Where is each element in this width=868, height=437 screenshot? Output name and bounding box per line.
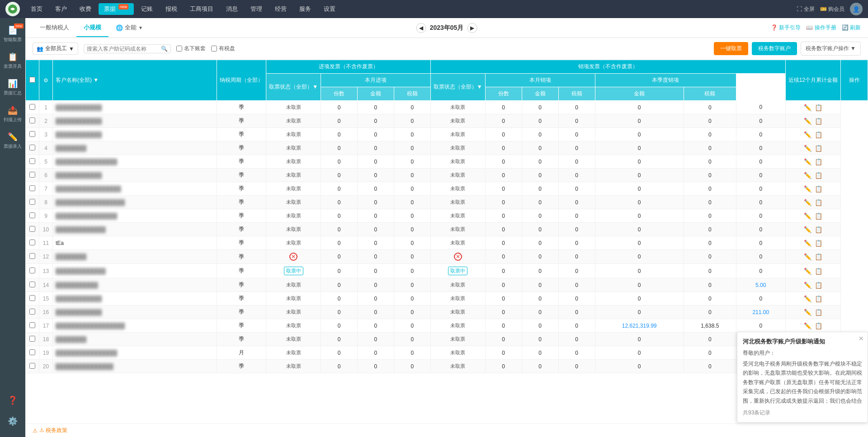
return-amount-link[interactable]: 12,621,319.99 [622,323,657,329]
nav-service[interactable]: 服务 [294,3,316,15]
copy-icon[interactable]: 📋 [815,104,822,111]
tab-general-taxpayer[interactable]: 一般纳税人 [33,19,76,37]
copy-icon[interactable]: 📋 [815,268,822,275]
sidebar-item-invoice-issue[interactable]: 📋 发票开具 [0,48,25,73]
row-checkbox[interactable] [29,240,35,245]
edit-icon[interactable]: ✏️ [804,158,811,165]
vip-btn[interactable]: 🎫 购会员 [820,5,844,13]
select-all-checkbox[interactable] [29,77,35,83]
row-checkbox[interactable] [29,199,35,205]
edit-icon[interactable]: ✏️ [804,240,811,247]
row-checkbox[interactable] [29,104,35,110]
copy-icon[interactable]: 📋 [815,226,822,233]
nav-settings[interactable]: 设置 [318,3,341,15]
nav-fee[interactable]: 收费 [74,3,97,15]
copy-icon[interactable]: 📋 [815,295,822,302]
fullscreen-btn[interactable]: ⛶ 全屏 [797,5,814,13]
cum-amount-link[interactable]: 211.00 [752,309,769,315]
row-checkbox[interactable] [29,226,35,232]
nav-home[interactable]: 首页 [25,3,48,15]
one-click-ticket-btn[interactable]: 一键取票 [714,42,748,55]
tax-digital-ops-btn[interactable]: 税务数字账户操作 ▼ [801,42,861,56]
tax-policy-link[interactable]: ⚠ 税务政策 [39,427,67,434]
edit-icon[interactable]: ✏️ [804,253,811,260]
nav-business[interactable]: 工商项目 [184,3,219,15]
copy-icon[interactable]: 📋 [815,282,822,289]
edit-icon[interactable]: ✏️ [804,131,811,138]
row-checkbox[interactable] [29,282,35,287]
edit-icon[interactable]: ✏️ [804,295,811,302]
edit-icon[interactable]: ✏️ [804,212,811,220]
row-checkbox[interactable] [29,145,35,150]
copy-icon[interactable]: 📋 [815,172,822,179]
copy-icon[interactable]: 📋 [815,309,822,316]
tab-all-capable[interactable]: 🌐 全能 ▼ [108,19,150,37]
employee-select[interactable]: 👥 全部员工 ▼ [33,42,78,55]
row-checkbox[interactable] [29,185,35,191]
sidebar-help[interactable]: ❓ [0,392,25,409]
nav-tax[interactable]: 报税 [160,3,183,15]
edit-icon[interactable]: ✏️ [804,117,811,125]
edit-icon[interactable]: ✏️ [804,185,811,193]
row-checkbox[interactable] [29,309,35,315]
new-guide-btn[interactable]: ❓ 新手引导 [771,24,801,32]
copy-icon[interactable]: 📋 [815,322,822,329]
copy-icon[interactable]: 📋 [815,240,822,247]
search-icon[interactable]: 🔍 [161,46,168,52]
edit-icon[interactable]: ✏️ [804,309,811,316]
copy-icon[interactable]: 📋 [815,117,822,125]
copy-icon[interactable]: 📋 [815,131,822,138]
nav-ticket[interactable]: 票据 new [99,3,134,15]
prev-month-btn[interactable]: ◀ [416,23,426,33]
sidebar-item-ticket-entry[interactable]: ✏️ 票据录入 [0,128,25,153]
manual-btn[interactable]: 📖 操作手册 [806,24,836,32]
edit-icon[interactable]: ✏️ [804,322,811,329]
row-checkbox[interactable] [29,212,35,218]
edit-icon[interactable]: ✏️ [804,268,811,275]
row-checkbox[interactable] [29,268,35,273]
tab-small-scale[interactable]: 小规模 [76,19,108,37]
account-checkbox[interactable] [176,46,182,52]
row-checkbox[interactable] [29,172,35,178]
user-avatar[interactable]: 👤 [850,3,863,15]
search-input[interactable] [87,46,159,52]
notification-close-btn[interactable]: ✕ [859,335,864,342]
next-month-btn[interactable]: ▶ [467,23,477,33]
sidebar-item-scan-upload[interactable]: 📤 扫描上传 [0,102,25,127]
sidebar-settings-bottom[interactable]: ⚙️ [0,413,25,430]
copy-icon[interactable]: 📋 [815,185,822,193]
copy-icon[interactable]: 📋 [815,145,822,152]
nav-message[interactable]: 消息 [221,3,243,15]
nav-operation[interactable]: 经营 [269,3,292,15]
row-checkbox[interactable] [29,158,35,164]
tax-digital-account-btn[interactable]: 税务数字账户 [752,42,797,55]
copy-icon[interactable]: 📋 [815,253,822,260]
row-checkbox[interactable] [29,336,35,342]
copy-icon[interactable]: 📋 [815,212,822,220]
edit-icon[interactable]: ✏️ [804,282,811,289]
cum-amount-link[interactable]: 5.00 [755,282,766,288]
nav-manage[interactable]: 管理 [245,3,268,15]
row-checkbox[interactable] [29,295,35,301]
row-checkbox[interactable] [29,363,35,369]
checkbox-account[interactable]: 名下账套 [176,45,206,52]
nav-customer[interactable]: 客户 [50,3,72,15]
sidebar-item-smart-ticket[interactable]: 📄 智能取票 new [0,22,25,47]
copy-icon[interactable]: 📋 [815,199,822,206]
nav-bookkeeping[interactable]: 记账 [136,3,158,15]
row-checkbox[interactable] [29,117,35,123]
row-checkbox[interactable] [29,131,35,137]
edit-icon[interactable]: ✏️ [804,199,811,206]
copy-icon[interactable]: 📋 [815,158,822,165]
row-checkbox[interactable] [29,253,35,259]
edit-icon[interactable]: ✏️ [804,226,811,233]
checkbox-tax-disk[interactable]: 有税盘 [211,45,235,52]
edit-icon[interactable]: ✏️ [804,104,811,111]
row-checkbox[interactable] [29,322,35,328]
sidebar-item-ticket-summary[interactable]: 📊 票据汇总 [0,75,25,100]
edit-icon[interactable]: ✏️ [804,145,811,152]
edit-icon[interactable]: ✏️ [804,172,811,179]
row-checkbox[interactable] [29,349,35,355]
tax-disk-checkbox[interactable] [211,46,217,52]
refresh-btn[interactable]: 🔄 刷新 [842,24,861,32]
